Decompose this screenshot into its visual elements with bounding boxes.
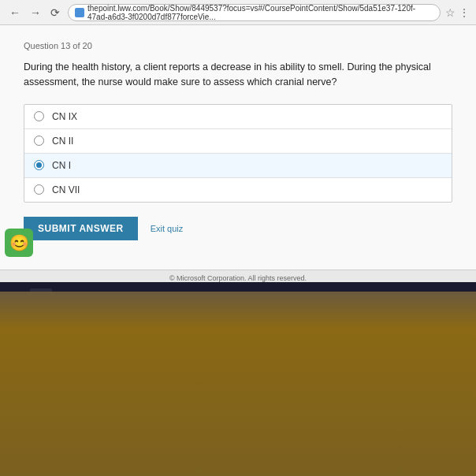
refresh-button[interactable]: ⟳ bbox=[47, 5, 63, 20]
option-c-label: CN I bbox=[52, 160, 71, 171]
option-d-label: CN VII bbox=[52, 184, 80, 195]
radio-b bbox=[34, 136, 44, 146]
option-a[interactable]: CN IX bbox=[24, 105, 452, 129]
options-container: CN IX CN II CN I CN VII bbox=[24, 104, 452, 203]
option-b-label: CN II bbox=[52, 136, 73, 147]
laptop-body: esc f1 f2 f3 f4 f5 f6 f7 f8 f9 f10 del ~… bbox=[0, 292, 476, 476]
option-c[interactable]: CN I bbox=[24, 154, 452, 178]
forward-button[interactable]: → bbox=[27, 5, 44, 20]
url-text: thepoint.lww.com/Book/Show/8449537?focus… bbox=[87, 4, 433, 21]
laptop-screen: ← → ⟳ thepoint.lww.com/Book/Show/8449537… bbox=[0, 0, 476, 296]
option-b[interactable]: CN II bbox=[24, 129, 452, 154]
radio-c-fill bbox=[36, 162, 42, 168]
smiley-icon: 😊 bbox=[9, 233, 29, 252]
actions-row: SUBMIT ANSWER Exit quiz bbox=[24, 217, 452, 240]
green-widget[interactable]: 😊 bbox=[5, 229, 33, 257]
browser-chrome: ← → ⟳ thepoint.lww.com/Book/Show/8449537… bbox=[0, 0, 476, 25]
back-button[interactable]: ← bbox=[6, 5, 24, 20]
status-text: © Microsoft Corporation. All rights rese… bbox=[169, 274, 307, 282]
radio-d bbox=[34, 184, 44, 195]
bookmark-icon[interactable]: ☆ bbox=[445, 6, 456, 19]
option-d[interactable]: CN VII bbox=[24, 178, 452, 202]
browser-content: Question 13 of 20 During the health hist… bbox=[0, 25, 476, 270]
menu-icon[interactable]: ⋮ bbox=[459, 6, 470, 19]
option-a-label: CN IX bbox=[52, 111, 77, 122]
submit-button[interactable]: SUBMIT ANSWER bbox=[24, 217, 138, 240]
radio-a bbox=[34, 111, 44, 121]
exit-quiz-link[interactable]: Exit quiz bbox=[151, 224, 184, 233]
question-number: Question 13 of 20 bbox=[24, 41, 452, 50]
question-text: During the health history, a client repo… bbox=[24, 60, 452, 90]
favicon-icon bbox=[75, 8, 84, 17]
address-bar[interactable]: thepoint.lww.com/Book/Show/8449537?focus… bbox=[68, 4, 441, 21]
radio-c bbox=[34, 160, 44, 170]
